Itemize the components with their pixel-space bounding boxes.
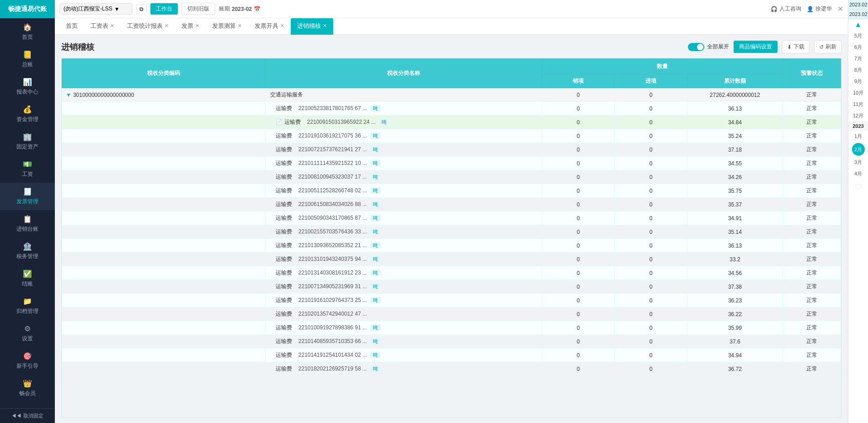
tab-close-icon[interactable]: ✕ <box>165 23 169 29</box>
table-row[interactable]: 运输费 221019103619217075 36 ... 吨 0 0 35.2… <box>62 129 841 143</box>
sidebar-item-label: 归档管理 <box>16 307 38 315</box>
calendar-icon[interactable]: 📅 <box>254 6 261 12</box>
product-code-button[interactable]: 商品编码设置 <box>734 41 777 53</box>
sidebar-item-member[interactable]: 👑 畅会员 <box>0 375 55 402</box>
sidebar-item-invoice[interactable]: 🧾 发票管理 <box>0 183 55 210</box>
cal-month-4[interactable]: 4月 <box>848 168 868 180</box>
cal-month-1[interactable]: 1月 <box>848 131 868 142</box>
table-row[interactable]: 运输费 221013140308161912 23 ... 吨 0 0 34.5… <box>62 266 841 280</box>
ledger-icon: 📒 <box>23 50 32 59</box>
sidebar-item-close-accounts[interactable]: ✅ 结账 <box>0 265 55 292</box>
cell-status: 正常 <box>783 349 841 362</box>
cell-jin: 0 <box>615 349 687 362</box>
tab-salary-report[interactable]: 工资统计报表 ✕ <box>121 18 175 35</box>
cell-status: 正常 <box>783 307 841 321</box>
table-row[interactable]: 运输费 221019161029764373 25 ... 吨 0 0 36.2… <box>62 294 841 307</box>
cal-month-3[interactable]: 3月 <box>848 157 868 168</box>
table-row[interactable]: 运输费 221002155703576436 33 ... 吨 0 0 35.1… <box>62 225 841 239</box>
tab-close-icon[interactable]: ✕ <box>280 23 284 29</box>
cal-favorite-icon[interactable]: ♡ <box>848 180 868 195</box>
cal-month-10[interactable]: 10月 <box>848 87 868 99</box>
sidebar-item-tax[interactable]: 🏦 税务管理 <box>0 238 55 265</box>
user-avatar[interactable]: 👤 徐逻华 <box>807 5 832 13</box>
cell-total: 34.55 <box>687 157 783 170</box>
cal-month-5[interactable]: 5月 <box>848 30 868 42</box>
table-row[interactable]: 运输费 221018202126925719 58 ... 吨 0 0 36.7… <box>62 362 841 376</box>
cell-code <box>62 266 266 280</box>
cell-name: 运输费 221014085935710353 66 ... 吨 <box>266 335 542 349</box>
cal-month-9[interactable]: 9月 <box>848 76 868 87</box>
cell-xiao: 0 <box>542 198 614 212</box>
sidebar-item-home[interactable]: 🏠 首页 <box>0 18 55 46</box>
cal-month-7[interactable]: 7月 <box>848 53 868 64</box>
table-row[interactable]: 运输费 221005233817801765 67 ... 吨 0 0 36.1… <box>62 102 841 116</box>
cell-code <box>62 198 266 212</box>
workbench-button[interactable]: 工作台 <box>150 3 178 15</box>
sidebar-item-archive[interactable]: 📁 归档管理 <box>0 292 55 320</box>
cal-nav-up[interactable]: ▲ <box>848 19 868 30</box>
sidebar-item-salary[interactable]: 💵 工资 <box>0 155 55 183</box>
sidebar-item-sales-ledger[interactable]: 📋 进销台账 <box>0 210 55 238</box>
sidebar-item-ledger[interactable]: 📒 总账 <box>0 46 55 73</box>
table-row[interactable]: 运输费 221011111435921522 10 ... 吨 0 0 34.5… <box>62 157 841 170</box>
salary-icon: 💵 <box>23 160 32 169</box>
tab-close-icon[interactable]: ✕ <box>323 23 327 29</box>
download-button[interactable]: ⬇ 下载 <box>782 40 809 53</box>
table-row[interactable]: 运输费 221013101943240375 94 ... 吨 0 0 33.2… <box>62 253 841 266</box>
sidebar-item-reports[interactable]: 📊 报表中心 <box>0 73 55 100</box>
table-row[interactable]: 运输费 221008100945323037 17 ... 吨 0 0 34.2… <box>62 170 841 184</box>
cal-month-8[interactable]: 8月 <box>848 64 868 76</box>
cell-status: 正常 <box>783 335 841 349</box>
refresh-button[interactable]: ↺ 刷新 <box>814 40 841 53</box>
toggle-switch[interactable] <box>688 43 704 51</box>
table-row[interactable]: 运输费 221010091927898386 91 ... 吨 0 0 35.9… <box>62 321 841 335</box>
close-button[interactable]: ✕ <box>837 5 843 13</box>
copy-icon[interactable]: ⧉ <box>136 4 147 14</box>
cal-month-current[interactable]: 2月 <box>852 143 865 156</box>
sidebar-item-settings[interactable]: ⚙ 设置 <box>0 320 55 347</box>
sidebar-unpin[interactable]: ◀◀ 取消固定 <box>0 408 55 423</box>
tab-invoice-calc[interactable]: 发票测算 ✕ <box>206 18 248 35</box>
cell-invoice: 221013140308161912 23 ... <box>298 270 367 276</box>
sidebar-item-guide[interactable]: 🎯 新手引导 <box>0 347 55 375</box>
sidebar-item-assets[interactable]: 🏢 固定资产 <box>0 128 55 155</box>
support-label[interactable]: 🎧 人工咨询 <box>771 5 801 13</box>
cell-total: 36.23 <box>687 294 783 307</box>
table-row[interactable]: 运输费 221005112528266748 02 ... 吨 0 0 35.7… <box>62 184 841 198</box>
cell-status: 正常 <box>783 212 841 225</box>
tab-salary[interactable]: 工资表 ✕ <box>84 18 121 35</box>
cell-invoice: 221008100945323037 17 ... <box>298 174 367 180</box>
tab-close-icon[interactable]: ✕ <box>195 23 199 29</box>
cell-xiao: 0 <box>542 239 614 253</box>
tab-invoice-issue[interactable]: 发票开具 ✕ <box>248 18 291 35</box>
switch-version-button[interactable]: 切到旧版 <box>181 3 215 15</box>
table-row[interactable]: 运输费 221005090343170865 87 ... 吨 0 0 34.9… <box>62 212 841 225</box>
cell-jin: 0 <box>615 170 687 184</box>
table-row[interactable]: 📄运输费 221009150313965922 24 ... 吨 0 0 34.… <box>62 116 841 129</box>
table-row[interactable]: 运输费 221014191254101434 02 ... 吨 0 0 34.9… <box>62 349 841 362</box>
table-row[interactable]: 运输费 221014085935710353 66 ... 吨 0 0 37.6… <box>62 335 841 349</box>
tab-reconciliation[interactable]: 进销稽核 ✕ <box>291 18 333 35</box>
cal-month-11[interactable]: 11月 <box>848 99 868 110</box>
expand-all-toggle[interactable]: 全部展开 <box>688 43 729 51</box>
company-selector[interactable]: (勿动)江西报宝-LSS ▼ <box>59 3 133 15</box>
cell-status: 正常 <box>783 116 841 129</box>
table-row[interactable]: 运输费 221020135742940012 47 ... 0 0 36.22 … <box>62 307 841 321</box>
cell-total: 35.24 <box>687 129 783 143</box>
cal-month-12[interactable]: 12月 <box>848 110 868 122</box>
table-row[interactable]: 运输费 221013093652085352 21 ... 吨 0 0 36.1… <box>62 239 841 253</box>
tab-invoice[interactable]: 发票 ✕ <box>175 18 206 35</box>
tab-home[interactable]: 首页 <box>59 18 84 35</box>
table-row[interactable]: 运输费 221007215737621941 27 ... 吨 0 0 37.1… <box>62 143 841 157</box>
tab-close-icon[interactable]: ✕ <box>238 23 242 29</box>
table-row[interactable]: 运输费 221006150834034026 88 ... 吨 0 0 35.3… <box>62 198 841 212</box>
cell-jin: 0 <box>615 88 687 102</box>
sidebar-item-finance[interactable]: 💰 资金管理 <box>0 100 55 128</box>
cell-total: 36.13 <box>687 239 783 253</box>
invoice-icon: 🧾 <box>23 187 32 196</box>
th-quantity: 数量 <box>542 59 783 74</box>
table-row[interactable]: ▼30100000000000000000 交通运输服务 0 0 27262.4… <box>62 88 841 102</box>
table-row[interactable]: 运输费 221007134905231969 31 ... 吨 0 0 37.3… <box>62 280 841 294</box>
tab-close-icon[interactable]: ✕ <box>110 23 114 29</box>
cal-month-6[interactable]: 6月 <box>848 42 868 53</box>
